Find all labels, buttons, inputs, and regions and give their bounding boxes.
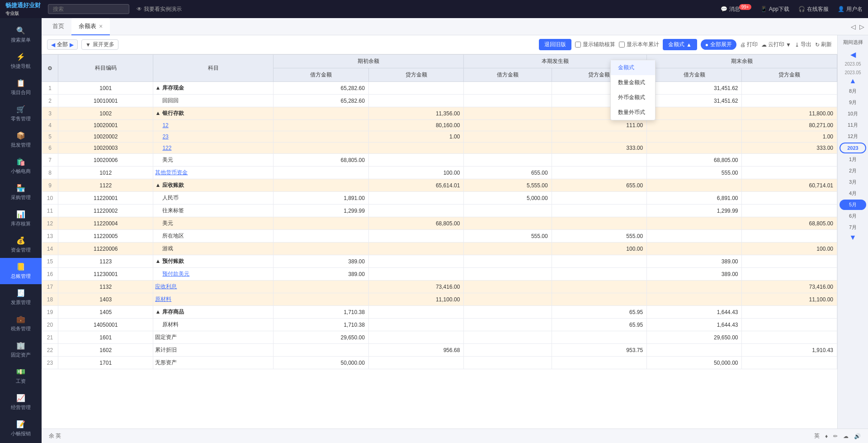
sidebar-item-purchase[interactable]: 🏪 采购管理: [0, 179, 42, 205]
sidebar-item-quicknav[interactable]: ⚡ 快捷导航: [0, 48, 42, 74]
row-name[interactable]: 原材料: [153, 293, 274, 306]
dropdown-item-foreign-amount[interactable]: 外币金额式: [611, 90, 655, 105]
sidebar-item-ledger[interactable]: 📒 总账管理: [0, 258, 42, 284]
dropdown-item-amount[interactable]: 金额式: [611, 60, 655, 75]
period-down-btn[interactable]: ▼: [849, 233, 857, 242]
tab-close-btn[interactable]: ×: [99, 23, 103, 30]
filter-all-tag[interactable]: ◀ 全部 ▶: [47, 39, 78, 50]
tab-expand-btn[interactable]: ▷: [859, 23, 864, 30]
style-dropdown-btn[interactable]: 金额式 ▲: [663, 39, 697, 50]
row-name: 固定资产: [153, 331, 274, 344]
top-bar: 畅捷通好业财 专业版 👁 我要看实例演示 💬 消息 99+ 📱 App下载 🎧 …: [0, 0, 868, 18]
assist-checkbox-input[interactable]: [575, 42, 581, 48]
current-debit: [464, 120, 552, 131]
user-avatar[interactable]: 👤 用户名: [838, 5, 863, 13]
period-oct[interactable]: 10月: [840, 109, 866, 119]
period-nov[interactable]: 11月: [840, 120, 866, 130]
app-download-btn[interactable]: 📱 App下载: [760, 5, 789, 13]
filter-right-arrow[interactable]: ▶: [70, 42, 74, 48]
sidebar-item-fixedassets[interactable]: 🏢 固定资产: [0, 337, 42, 363]
refresh-btn[interactable]: ↻ 刷新: [815, 41, 832, 48]
panel-collapse-btn[interactable]: ◀: [850, 50, 856, 59]
table-opening-header: 期初余额: [274, 55, 464, 68]
closing-debit-header: 借方金额: [647, 68, 742, 82]
closing-debit: [647, 243, 742, 255]
filter-left-arrow[interactable]: ◀: [51, 42, 55, 48]
row-code: 1012: [58, 167, 153, 179]
account-link[interactable]: 12: [162, 122, 168, 129]
sidebar-item-search[interactable]: 🔍 搜索菜单: [0, 22, 42, 48]
expand-more-btn[interactable]: ▼ 展开更多: [81, 39, 118, 50]
status-icon1[interactable]: ♦: [825, 433, 828, 439]
period-mar[interactable]: 3月: [840, 177, 866, 187]
sidebar-item-wholesale[interactable]: 📦 批发管理: [0, 127, 42, 153]
account-link[interactable]: 23: [162, 133, 168, 140]
logo: 畅捷通好业财 专业版: [5, 1, 41, 17]
sidebar-item-project[interactable]: 📋 项目合同: [0, 74, 42, 100]
tab-home[interactable]: 首页: [45, 18, 71, 35]
dropdown-item-qty-amount[interactable]: 数量金额式: [611, 75, 655, 90]
row-name[interactable]: 122: [153, 143, 274, 154]
period-jun[interactable]: 6月: [840, 211, 866, 221]
account-link[interactable]: 122: [162, 145, 171, 151]
period-jan[interactable]: 1月: [840, 154, 866, 165]
show-annual-checkbox[interactable]: 显示本年累计: [619, 41, 659, 48]
period-jul[interactable]: 7月: [840, 222, 866, 233]
annual-checkbox-input[interactable]: [619, 42, 625, 48]
tab-collapse-btn[interactable]: ◁: [851, 23, 856, 30]
table-settings-header[interactable]: ⚙: [42, 55, 58, 82]
account-link[interactable]: 应收利息: [155, 283, 177, 290]
account-link[interactable]: 原材料: [155, 296, 171, 302]
tab-balance-sheet[interactable]: 余额表 ×: [71, 18, 110, 35]
period-2023[interactable]: 2023: [840, 143, 866, 153]
sidebar-item-expense[interactable]: 📝 小畅报销: [0, 415, 42, 442]
opening-credit: [368, 243, 463, 255]
sidebar-item-inventory[interactable]: 📊 库存核算: [0, 205, 42, 232]
table-name-header: 科目: [153, 55, 274, 82]
row-name[interactable]: 应收利息: [153, 281, 274, 293]
period-sep[interactable]: 9月: [840, 97, 866, 108]
period-apr[interactable]: 4月: [840, 188, 866, 199]
sidebar-item-operations[interactable]: 📈 经营管理: [0, 389, 42, 415]
period-may[interactable]: 5月: [840, 200, 866, 210]
current-credit: [552, 331, 646, 344]
account-link[interactable]: 其他货币资金: [155, 169, 188, 176]
row-number: 16: [42, 268, 58, 281]
period-aug[interactable]: 8月: [840, 86, 866, 96]
inventory-icon: 📊: [16, 210, 25, 219]
closing-credit: [742, 331, 837, 344]
row-name[interactable]: 其他货币资金: [153, 167, 274, 179]
current-debit: [464, 205, 552, 217]
row-code: 11220002: [58, 205, 153, 217]
export-btn[interactable]: ⤓ 导出: [795, 41, 811, 48]
row-name[interactable]: 23: [153, 131, 274, 143]
cloud-print-btn[interactable]: ☁ 云打印 ▼: [761, 41, 791, 48]
row-name[interactable]: 12: [153, 120, 274, 131]
sidebar-item-retail[interactable]: 🛒 零售管理: [0, 100, 42, 127]
show-assist-checkbox[interactable]: 显示辅助核算: [575, 41, 615, 48]
current-debit: [464, 319, 552, 331]
return-old-btn[interactable]: 退回旧版: [539, 39, 571, 50]
service-btn[interactable]: 🎧 在线客服: [798, 5, 829, 13]
sidebar-item-tax[interactable]: 💼 税务管理: [0, 310, 42, 337]
demo-link[interactable]: 👁 我要看实例演示: [137, 5, 182, 13]
period-feb[interactable]: 2月: [840, 166, 866, 176]
search-input[interactable]: [48, 4, 129, 14]
expand-all-toggle[interactable]: ● 全部展开: [701, 39, 736, 50]
status-icon2[interactable]: ✏: [833, 433, 838, 439]
print-btn[interactable]: 🖨 打印: [740, 41, 758, 48]
period-up-btn[interactable]: ▲: [849, 77, 857, 85]
sidebar-item-capital[interactable]: 💰 资金管理: [0, 232, 42, 258]
sidebar-item-ecommerce[interactable]: 🛍️ 小畅电商: [0, 153, 42, 179]
sidebar-item-salary[interactable]: 💵 工资: [0, 363, 42, 389]
message-btn[interactable]: 💬 消息 99+: [721, 5, 751, 13]
period-dec[interactable]: 12月: [840, 131, 866, 142]
status-icon3[interactable]: ☁: [843, 433, 849, 439]
export-icon: ⤓: [795, 42, 799, 48]
row-name[interactable]: 预付款美元: [153, 268, 274, 281]
sidebar-item-invoice[interactable]: 🧾 发票管理: [0, 284, 42, 310]
account-link[interactable]: 预付款美元: [162, 271, 189, 277]
status-lang[interactable]: 英: [814, 432, 820, 440]
status-icon4[interactable]: 🔊: [854, 433, 861, 439]
dropdown-item-qty-foreign[interactable]: 数量外币式: [611, 105, 655, 120]
